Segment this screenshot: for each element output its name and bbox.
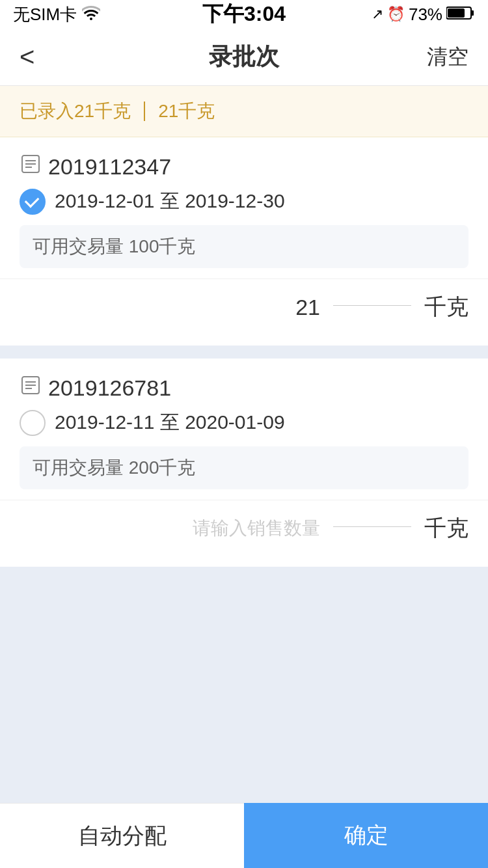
status-right: ↗ ⏰ 73% bbox=[372, 5, 475, 25]
status-left: 无SIM卡 bbox=[13, 3, 100, 26]
batch-2-date-row[interactable]: 2019-12-11 至 2020-01-09 bbox=[20, 409, 468, 436]
back-button[interactable]: < bbox=[20, 42, 34, 72]
batch-card-2: 2019126781 2019-12-11 至 2020-01-09 可用交易量… bbox=[0, 359, 488, 567]
auto-distribute-button[interactable]: 自动分配 bbox=[0, 803, 244, 868]
batch-2-date: 2019-12-11 至 2020-01-09 bbox=[55, 409, 285, 436]
batch-1-date: 2019-12-01 至 2019-12-30 bbox=[55, 188, 285, 215]
batch-2-radio[interactable] bbox=[20, 410, 46, 436]
batch-2-unit: 千克 bbox=[424, 513, 468, 543]
batch-1-unit: 千克 bbox=[424, 292, 468, 322]
batch-1-date-row[interactable]: 2019-12-01 至 2019-12-30 bbox=[20, 188, 468, 215]
batch-2-id: 2019126781 bbox=[48, 375, 171, 401]
section-separator-2 bbox=[0, 567, 488, 580]
battery-icon bbox=[446, 5, 475, 25]
status-time: 下午3:04 bbox=[202, 0, 286, 29]
alarm-icon: ⏰ bbox=[387, 6, 405, 23]
batch-2-header: 2019126781 2019-12-11 至 2020-01-09 可用交易量… bbox=[0, 359, 488, 489]
batch-2-id-row: 2019126781 bbox=[20, 374, 468, 401]
info-divider bbox=[144, 102, 145, 121]
wifi-icon bbox=[82, 5, 100, 25]
info-banner: 已录入21千克 21千克 bbox=[0, 86, 488, 137]
nav-bar: < 录批次 清空 bbox=[0, 29, 488, 86]
clear-button[interactable]: 清空 bbox=[427, 43, 468, 72]
battery-text: 73% bbox=[409, 5, 442, 25]
svg-rect-1 bbox=[471, 10, 474, 16]
svg-rect-2 bbox=[448, 8, 465, 18]
location-icon: ↗ bbox=[372, 6, 383, 23]
recorded-label: 已录入21千克 bbox=[20, 99, 131, 124]
batch-1-header: 2019112347 2019-12-01 至 2019-12-30 可用交易量… bbox=[0, 137, 488, 268]
batch-2-available: 可用交易量 200千克 bbox=[20, 446, 468, 489]
batch-1-available: 可用交易量 100千克 bbox=[20, 225, 468, 268]
batch-1-radio[interactable] bbox=[20, 189, 46, 215]
batch-1-id-row: 2019112347 bbox=[20, 153, 468, 180]
status-bar: 无SIM卡 下午3:04 ↗ ⏰ 73% bbox=[0, 0, 488, 29]
batch-icon-2 bbox=[20, 374, 42, 401]
carrier-text: 无SIM卡 bbox=[13, 3, 77, 26]
batch-2-quantity-row: 请输入销售数量 千克 bbox=[0, 500, 488, 556]
batch-1-quantity-row: 21 千克 bbox=[0, 278, 488, 335]
batch-2-input-placeholder[interactable]: 请输入销售数量 bbox=[193, 516, 320, 541]
confirm-button[interactable]: 确定 bbox=[244, 803, 488, 868]
batch-1-id: 2019112347 bbox=[48, 154, 171, 180]
batch-icon-1 bbox=[20, 153, 42, 180]
bottom-actions: 自动分配 确定 bbox=[0, 803, 488, 868]
recorded-value: 21千克 bbox=[158, 99, 215, 124]
batch-1-quantity: 21 bbox=[295, 295, 320, 320]
batch-card-1: 2019112347 2019-12-01 至 2019-12-30 可用交易量… bbox=[0, 137, 488, 346]
section-separator-1 bbox=[0, 346, 488, 359]
page-title: 录批次 bbox=[209, 41, 279, 73]
